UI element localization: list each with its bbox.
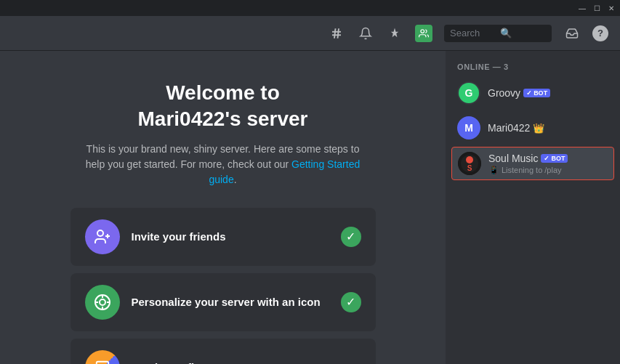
pin-icon[interactable] [386,25,403,42]
task-message-arrow: › [357,360,361,364]
member-groovy-name: Groovy [488,87,520,99]
svg-point-18 [466,156,473,163]
task-personalize-label: Personalize your server with an icon [132,296,329,308]
task-message[interactable]: Send your first message › [71,339,376,364]
member-soul-info: Soul Music ✓ BOT 📱 Listening to /play [488,153,608,175]
avatar-mari0422: M [457,116,480,139]
welcome-title: Welcome to Mari0422's server [138,80,308,133]
avatar-groovy: G [457,81,480,105]
inbox-icon[interactable] [563,25,581,42]
member-mari0422[interactable]: M Mari0422 👑 [451,112,614,144]
svg-line-3 [338,28,339,39]
minimize-button[interactable]: — [578,4,587,12]
task-personalize-icon [85,285,120,320]
svg-point-5 [97,230,103,236]
member-groovy-bot-badge: ✓ BOT [523,89,550,97]
online-count-header: ONLINE — 3 [451,62,614,71]
task-personalize-check: ✓ [341,292,361,312]
member-soul-name-row: Soul Music ✓ BOT [488,153,608,164]
main-content: Welcome to Mari0422's server This is you… [0,51,620,364]
task-list: Invite your friends ✓ Personalize your s… [71,208,376,364]
phone-status-icon: 📱 [488,165,499,175]
welcome-area: Welcome to Mari0422's server This is you… [0,51,446,364]
svg-text:S: S [467,164,472,172]
close-button[interactable]: ✕ [607,4,616,12]
member-mari-name: Mari0422 [488,122,530,134]
bell-icon[interactable] [357,25,374,42]
member-soul-bot-badge: ✓ BOT [541,154,568,163]
svg-point-9 [100,299,105,305]
task-invite-label: Invite your friends [132,230,329,243]
member-soul-container: S Soul Music ✓ BOT 📱 Listening to /play [451,147,614,180]
title-bar: — ☐ ✕ [0,0,620,16]
task-personalize[interactable]: Personalize your server with an icon ✓ [71,273,376,331]
member-soul-music[interactable]: S Soul Music ✓ BOT 📱 Listening to /play [451,147,614,180]
svg-point-4 [421,29,424,33]
member-soul-status: 📱 Listening to /play [488,165,608,175]
member-groovy-name-row: Groovy ✓ BOT [488,87,608,99]
help-icon[interactable]: ? [592,25,608,41]
welcome-description: This is your brand new, shiny server. He… [85,142,361,187]
member-groovy-info: Groovy ✓ BOT [488,87,608,99]
task-invite-check: ✓ [341,227,361,247]
members-icon[interactable] [415,25,432,42]
members-sidebar: ONLINE — 3 G Groovy ✓ BOT [446,51,620,364]
toolbar: Search 🔍 ? [0,16,620,51]
task-message-icon [85,350,120,364]
task-invite[interactable]: Invite your friends ✓ [71,208,376,266]
search-icon: 🔍 [500,28,546,39]
member-mari-info: Mari0422 👑 [488,122,608,134]
crown-icon: 👑 [533,123,544,134]
member-mari-name-row: Mari0422 👑 [488,122,608,134]
maximize-button[interactable]: ☐ [592,4,601,12]
task-message-label: Send your first message [132,361,345,364]
member-groovy[interactable]: G Groovy ✓ BOT [451,77,614,109]
svg-line-2 [334,28,336,39]
hashtag-icon[interactable] [328,25,345,42]
member-soul-name: Soul Music [488,153,538,164]
task-invite-icon [85,219,120,254]
search-placeholder: Search [450,28,496,39]
avatar-soul-music: S [458,152,481,175]
search-box[interactable]: Search 🔍 [444,25,552,42]
svg-text:G: G [465,87,473,99]
